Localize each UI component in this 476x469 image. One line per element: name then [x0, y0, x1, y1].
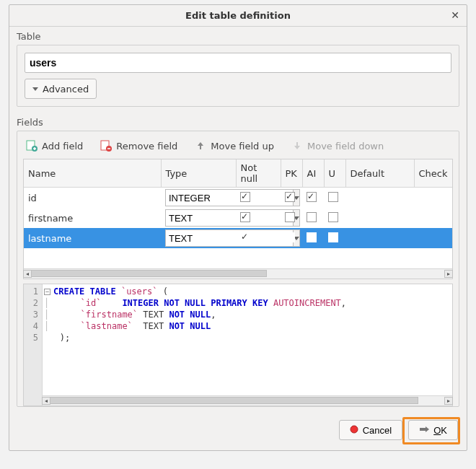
table-row[interactable]: firstname — [24, 208, 452, 228]
sql-code[interactable]: −CREATE TABLE `users` ( │ `id` INTEGER N… — [43, 284, 346, 406]
add-field-button[interactable]: Add field — [26, 140, 83, 152]
remove-field-icon — [100, 140, 112, 152]
table-group-label: Table — [17, 31, 459, 42]
fields-table-wrap: Name Type Not null PK AI U Default Check… — [23, 159, 453, 279]
advanced-button[interactable]: Advanced — [25, 79, 97, 99]
table-row[interactable]: lastname — [24, 228, 452, 248]
field-type-input[interactable] — [165, 229, 293, 247]
field-type-input[interactable] — [165, 209, 293, 227]
dialog-title: Edit table definition — [185, 10, 291, 21]
edit-table-dialog: Edit table definition ✕ Table Advanced F… — [9, 4, 467, 451]
ai-checkbox[interactable] — [307, 192, 317, 202]
ai-checkbox[interactable] — [307, 212, 317, 222]
fields-section: Fields Add field Remove field — [9, 113, 467, 413]
advanced-label: Advanced — [43, 84, 89, 95]
u-checkbox[interactable] — [328, 212, 338, 222]
sql-preview: 12345 −CREATE TABLE `users` ( │ `id` INT… — [23, 284, 453, 406]
table-section: Table Advanced — [9, 27, 467, 113]
cancel-icon — [350, 425, 358, 436]
col-u[interactable]: U — [324, 159, 345, 188]
remove-field-button[interactable]: Remove field — [100, 140, 177, 152]
fold-icon[interactable]: − — [44, 289, 50, 295]
field-type-input[interactable] — [165, 189, 293, 206]
sql-hscroll[interactable]: ◂ ▸ — [43, 395, 452, 406]
ok-button[interactable]: OK — [408, 420, 458, 440]
col-pk[interactable]: PK — [281, 159, 302, 188]
move-field-down-button: Move field down — [291, 140, 384, 152]
add-field-icon — [26, 140, 38, 152]
fields-toolbar: Add field Remove field Move field up — [23, 137, 453, 159]
table-name-input[interactable] — [25, 53, 451, 73]
ai-checkbox[interactable] — [307, 232, 317, 242]
cancel-button[interactable]: Cancel — [339, 420, 402, 440]
notnull-checkbox[interactable] — [240, 192, 250, 202]
titlebar: Edit table definition ✕ — [9, 5, 467, 27]
pk-checkbox[interactable] — [285, 192, 295, 202]
notnull-checkbox[interactable] — [240, 232, 250, 242]
field-name: id — [28, 193, 37, 203]
field-name: lastname — [28, 233, 71, 244]
arrow-down-icon — [291, 140, 303, 152]
pk-checkbox[interactable] — [285, 212, 295, 222]
col-check[interactable]: Check — [414, 159, 452, 188]
col-default[interactable]: Default — [345, 159, 414, 188]
fields-group-frame: Add field Remove field Move field up — [17, 131, 459, 407]
scroll-right-icon[interactable]: ▸ — [444, 270, 453, 278]
svg-point-4 — [351, 426, 358, 433]
fields-group-label: Fields — [17, 117, 459, 128]
u-checkbox[interactable] — [328, 232, 338, 242]
col-type[interactable]: Type — [161, 159, 236, 188]
scroll-thumb[interactable] — [50, 397, 418, 404]
dialog-footer: Cancel OK — [9, 413, 467, 450]
fields-table: Name Type Not null PK AI U Default Check… — [24, 159, 452, 268]
notnull-checkbox[interactable] — [240, 212, 250, 222]
scroll-thumb[interactable] — [31, 270, 267, 277]
table-group-frame: Advanced — [17, 45, 459, 107]
col-notnull[interactable]: Not null — [236, 159, 281, 188]
u-checkbox[interactable] — [328, 192, 338, 202]
table-row[interactable]: id — [24, 188, 452, 209]
pk-checkbox[interactable] — [285, 232, 295, 242]
ok-icon — [419, 425, 429, 436]
close-icon[interactable]: ✕ — [449, 9, 461, 21]
move-field-up-button[interactable]: Move field up — [195, 140, 274, 152]
arrow-up-icon — [195, 140, 206, 152]
chevron-down-icon — [32, 87, 38, 91]
fields-hscroll[interactable]: ◂ ▸ — [24, 268, 452, 279]
col-name[interactable]: Name — [24, 159, 161, 188]
field-name: firstname — [28, 213, 73, 224]
col-ai[interactable]: AI — [302, 159, 324, 188]
sql-gutter: 12345 — [24, 284, 43, 406]
scroll-right-icon[interactable]: ▸ — [444, 397, 453, 405]
